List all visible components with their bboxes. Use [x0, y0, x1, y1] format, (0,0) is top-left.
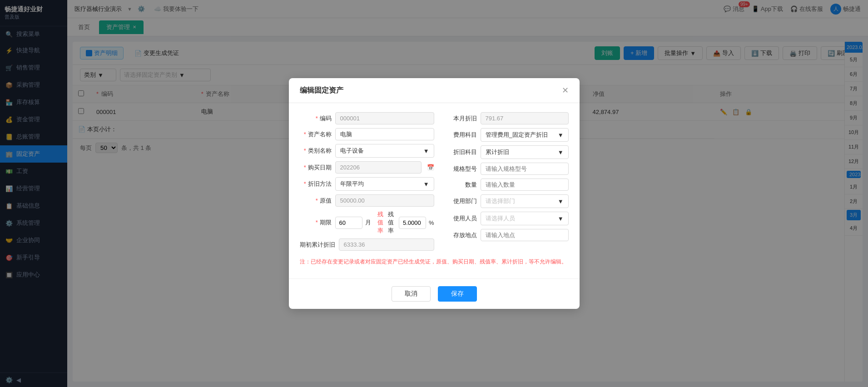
name-field-group: * 资产名称	[300, 128, 434, 140]
monthly-depr-label: 本月折旧	[445, 114, 477, 123]
modal-left-column: * 编码 * 资产名称	[300, 112, 434, 254]
user-select[interactable]: 请选择人员 ▼	[481, 212, 569, 225]
expense-account-group: 费用科目 管理费用_固定资产折旧 ▼	[445, 128, 569, 142]
period-row: 月 残值率 残值率 %	[335, 210, 434, 235]
accum-account-label: 折旧科目	[445, 148, 477, 156]
category-field-label: * 类别名称	[300, 147, 332, 155]
depreciation-method-group: * 折旧方法 年限平均 ▼	[300, 177, 434, 191]
spec-group: 规格型号	[445, 163, 569, 175]
modal-footer: 取消 保存	[289, 278, 580, 309]
spec-input[interactable]	[481, 163, 569, 175]
quantity-group: 数量	[445, 179, 569, 191]
category-value-text: 电子设备	[340, 147, 364, 155]
location-label: 存放地点	[445, 231, 477, 239]
accum-account-value: 累计折旧	[486, 148, 509, 156]
accum-account-icon: ▼	[558, 149, 564, 156]
residual-rate-label: 残值率	[377, 210, 386, 235]
user-dropdown-icon: ▼	[558, 215, 564, 222]
original-value-label: * 原值	[300, 197, 332, 205]
modal-right-column: 本月折旧 费用科目 管理费用_固定资产折旧 ▼ 折旧科目	[445, 112, 569, 254]
residual-rate-label-text: 残值率	[388, 210, 396, 235]
expense-account-label: 费用科目	[445, 131, 477, 139]
depreciation-method-label: * 折旧方法	[300, 180, 332, 188]
code-field-group: * 编码	[300, 112, 434, 124]
calendar-icon[interactable]: 📅	[427, 164, 434, 171]
quantity-input[interactable]	[481, 179, 569, 191]
depreciation-method-select[interactable]: 年限平均 ▼	[335, 177, 434, 191]
original-value-input[interactable]	[335, 194, 434, 207]
modal-overlay: 编辑固定资产 ✕ * 编码	[0, 0, 868, 387]
monthly-depr-group: 本月折旧	[445, 112, 569, 124]
modal-grid: * 编码 * 资产名称	[300, 112, 569, 254]
department-label: 使用部门	[445, 197, 477, 205]
modal-header: 编辑固定资产 ✕	[289, 78, 580, 103]
purchase-date-input[interactable]	[335, 161, 422, 174]
residual-rate-input[interactable]	[399, 217, 426, 229]
monthly-depr-input[interactable]	[481, 112, 569, 124]
modal-title: 编辑固定资产	[300, 86, 343, 95]
save-button[interactable]: 保存	[438, 286, 477, 302]
purchase-date-label: * 购买日期	[300, 164, 332, 172]
period-label: * 期限	[300, 218, 332, 227]
user-placeholder: 请选择人员	[486, 214, 515, 223]
name-input[interactable]	[335, 128, 434, 140]
location-input[interactable]	[481, 229, 569, 241]
location-group: 存放地点	[445, 229, 569, 241]
spec-label: 规格型号	[445, 165, 477, 173]
expense-account-value: 管理费用_固定资产折旧	[486, 131, 548, 139]
department-placeholder: 请选择部门	[486, 197, 515, 205]
accum-account-group: 折旧科目 累计折旧 ▼	[445, 145, 569, 159]
residual-rate-unit: %	[429, 219, 434, 226]
department-select[interactable]: 请选择部门 ▼	[481, 194, 569, 208]
category-select-icon: ▼	[423, 148, 429, 154]
period-residual-group: * 期限 月 残值率 残值率 %	[300, 210, 434, 235]
category-field-group: * 类别名称 电子设备 ▼	[300, 144, 434, 158]
initial-depr-input[interactable]	[339, 238, 434, 251]
modal-close-button[interactable]: ✕	[562, 85, 569, 95]
period-unit: 月	[365, 218, 371, 227]
cancel-button[interactable]: 取消	[392, 286, 431, 302]
expense-account-select[interactable]: 管理费用_固定资产折旧 ▼	[481, 128, 569, 142]
initial-depr-group: 期初累计折旧	[300, 238, 434, 251]
depreciation-method-value: 年限平均	[340, 180, 364, 188]
depreciation-method-icon: ▼	[423, 181, 429, 188]
expense-account-icon: ▼	[558, 132, 564, 139]
original-value-group: * 原值	[300, 194, 434, 207]
edit-modal: 编辑固定资产 ✕ * 编码	[289, 78, 580, 309]
period-input[interactable]	[335, 217, 362, 229]
accum-account-select[interactable]: 累计折旧 ▼	[481, 145, 569, 159]
initial-depr-label: 期初累计折旧	[300, 241, 335, 249]
code-input[interactable]	[335, 112, 434, 124]
department-dropdown-icon: ▼	[558, 198, 564, 205]
user-label: 使用人员	[445, 214, 477, 223]
department-group: 使用部门 请选择部门 ▼	[445, 194, 569, 208]
modal-body: * 编码 * 资产名称	[289, 103, 580, 278]
quantity-label: 数量	[445, 181, 477, 189]
category-select[interactable]: 电子设备 ▼	[335, 144, 434, 158]
purchase-date-group: * 购买日期 📅	[300, 161, 434, 174]
modal-note: 注：已经存在变更记录或者对应固定资产已经生成凭证，原值、购买日期、残值率、累计折…	[300, 254, 569, 269]
code-label: * 编码	[300, 114, 332, 123]
user-group: 使用人员 请选择人员 ▼	[445, 212, 569, 225]
name-label: * 资产名称	[300, 130, 332, 139]
